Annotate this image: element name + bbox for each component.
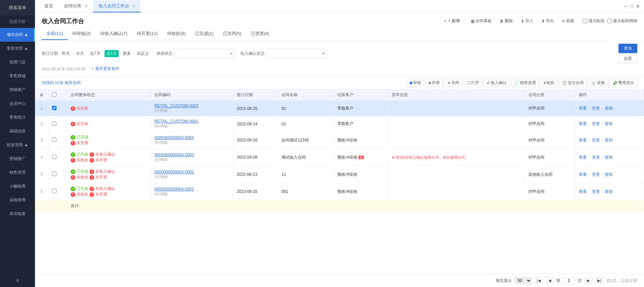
view-link[interactable]: 查看 (579, 106, 587, 111)
row-checkbox[interactable] (48, 166, 67, 183)
import-button[interactable]: ⬆ 导入 (518, 17, 536, 25)
status-tab-all[interactable]: 全部(11) (42, 28, 68, 40)
income-confirm-button[interactable]: ✔ 收入确认 (484, 79, 510, 87)
row-checkbox[interactable] (48, 116, 67, 132)
per-page-select[interactable]: 50 100 200 (515, 277, 532, 284)
open-contract-button[interactable]: ☐ 打开 (464, 79, 482, 87)
sidebar-search[interactable]: 搜索菜单 (0, 0, 35, 15)
view-link[interactable]: 查看 (579, 189, 587, 194)
status-tab-pending-confirm[interactable]: 待收入确认(7) (96, 28, 132, 40)
close-window-icon[interactable]: ✕ (636, 4, 640, 9)
expense-out-button[interactable]: 💸 费用支出 (609, 79, 637, 87)
view-link[interactable]: 查看 (579, 121, 587, 126)
change-link[interactable]: 变更 (592, 106, 600, 111)
refresh-button[interactable]: ↻ 刷新 (559, 17, 577, 25)
close-contract-button[interactable]: ✕ 关闭 (444, 79, 462, 87)
doc-status-select[interactable] (175, 49, 235, 58)
expand-filter-button[interactable]: ∨ 展开更多条件 (88, 65, 122, 73)
copy-link[interactable]: 复制 (605, 155, 613, 160)
minimize-icon[interactable]: ─ (624, 4, 628, 9)
prev-page-button[interactable]: ◀ (546, 277, 554, 284)
select-all-checkbox[interactable] (52, 92, 56, 97)
count-text: 共找到 11张 相关合同 (42, 80, 81, 86)
close-tab-income-contract[interactable]: ✕ (132, 4, 135, 8)
export-button[interactable]: ⬇ 导出 (539, 17, 557, 25)
sidebar-item-project-contract[interactable]: 项目合同 ▲ (0, 28, 35, 42)
change-link[interactable]: 变更 (592, 121, 600, 126)
sidebar-item-inventory[interactable]: 库存核算 (0, 207, 35, 221)
status-tab-completed[interactable]: 已完成(1) (190, 28, 218, 40)
view-link[interactable]: 查看 (579, 138, 587, 142)
close-tab-contract-category[interactable]: ✕ (85, 4, 88, 8)
sidebar-item-marketing2[interactable]: 营销推广 (0, 152, 35, 166)
sidebar-item-smart-store[interactable]: 智慧门店 (0, 55, 35, 69)
row-checkbox[interactable] (48, 101, 67, 116)
page-input[interactable] (563, 277, 575, 284)
sidebar-quicknav[interactable]: 快捷导航 (0, 15, 35, 28)
sales-invoice-button[interactable]: 📄 销售发票 (511, 79, 539, 87)
sidebar-item-member[interactable]: 会员中心 (0, 97, 35, 111)
sidebar-item-retail-stats[interactable]: 零售统计 (0, 111, 35, 124)
delete-button[interactable]: 🗑 删除 (497, 17, 516, 25)
first-page-button[interactable]: |◀ (534, 277, 543, 284)
next-page-button[interactable]: ▶ (584, 277, 592, 284)
date-btn-yesterday[interactable]: 昨天 (60, 50, 72, 57)
payment-button[interactable]: ¥ 收款 (540, 79, 558, 87)
view-link[interactable]: 查看 (579, 172, 587, 177)
confirm-status-select[interactable] (267, 49, 327, 58)
row-checkbox[interactable] (48, 132, 67, 149)
copy-link[interactable]: 复制 (605, 189, 613, 194)
status-tab-changed[interactable]: 已变更(4) (246, 28, 274, 40)
row-num: 1 (35, 101, 48, 116)
col-checkbox[interactable] (48, 89, 67, 101)
tab-income-contract[interactable]: 收入合同工作台 ✕ (93, 0, 141, 12)
copy-link[interactable]: 复制 (605, 121, 613, 126)
change-link[interactable]: 变更 (592, 172, 600, 177)
sign-date-filter: 签订日期 昨天 今天 近7天 近1月 更多 自定义 (42, 50, 151, 57)
sidebar-item-retail-management[interactable]: 零售管理 ▲ (0, 42, 35, 55)
expense-contract-button[interactable]: 📋 支出合同 (559, 79, 587, 87)
abandon-review-button[interactable]: 弃审 (425, 79, 443, 87)
row-checkbox[interactable] (48, 149, 67, 166)
add-button[interactable]: ＋ + 新增 (441, 17, 462, 25)
sidebar-item-basic-info[interactable]: 基础信息 (0, 124, 35, 138)
status-tab-pending-review[interactable]: 待审核(2) (68, 28, 96, 40)
date-btn-more[interactable]: 更多 (121, 50, 133, 57)
status-tab-closed[interactable]: 已关闭(0) (218, 28, 246, 40)
sidebar-item-wholesale[interactable]: 批发管理 ▲ (0, 138, 35, 152)
copy-link[interactable]: 复制 (605, 138, 613, 142)
view-link[interactable]: 查看 (579, 155, 587, 160)
sidebar-settings[interactable]: ⚙ (0, 274, 35, 287)
sidebar-item-purchase[interactable]: 采购管理 (0, 193, 35, 207)
sidebar-item-marketing[interactable]: 营销推广 (0, 83, 35, 97)
date-btn-7days[interactable]: 近7天 (88, 50, 103, 57)
change-link[interactable]: 变更 (592, 138, 600, 142)
maximize-icon[interactable]: □ (631, 4, 633, 9)
copy-link[interactable]: 复制 (605, 106, 613, 111)
col-settings[interactable]: ⚙ (35, 89, 48, 101)
row-category: 对甲合同 (525, 183, 575, 200)
tab-contract-category[interactable]: 合同分类 ✕ (59, 0, 93, 12)
status-tab-pending-invoice[interactable]: 待开票(11) (132, 28, 162, 40)
tab-home[interactable]: 首页 (39, 0, 59, 12)
last-page-button[interactable]: ▶| (595, 277, 604, 284)
kanban-button[interactable]: ▦ 合同看板 (468, 17, 494, 25)
sidebar-item-sales[interactable]: 销售管理 (0, 166, 35, 179)
change-link[interactable]: 变更 (592, 189, 600, 194)
sidebar-item-ecommerce[interactable]: 小畅电商 (0, 179, 35, 193)
purchase-button[interactable]: 🛒 采购 (588, 79, 608, 87)
copy-link[interactable]: 复制 (605, 172, 613, 177)
filter-setting-button[interactable]: 设置 (618, 54, 637, 63)
show-details-checkbox[interactable]: 显示标的明细 (607, 18, 637, 24)
review-button[interactable]: 审核 (407, 79, 424, 87)
row-customer: 零散客户 (334, 116, 388, 132)
row-checkbox[interactable] (48, 183, 67, 200)
query-button[interactable]: 查询 (618, 44, 637, 53)
sidebar-item-retail-mall[interactable]: 零售商城 (0, 69, 35, 83)
date-btn-1month[interactable]: 近1月 (105, 50, 119, 57)
date-btn-today[interactable]: 今天 (74, 50, 86, 57)
show-fields-checkbox[interactable]: 显示阶段 (583, 18, 605, 24)
change-link[interactable]: 变更 (592, 155, 600, 160)
date-btn-custom[interactable]: 自定义 (135, 50, 151, 57)
status-tab-pending-payment[interactable]: 待收款(8) (162, 28, 190, 40)
